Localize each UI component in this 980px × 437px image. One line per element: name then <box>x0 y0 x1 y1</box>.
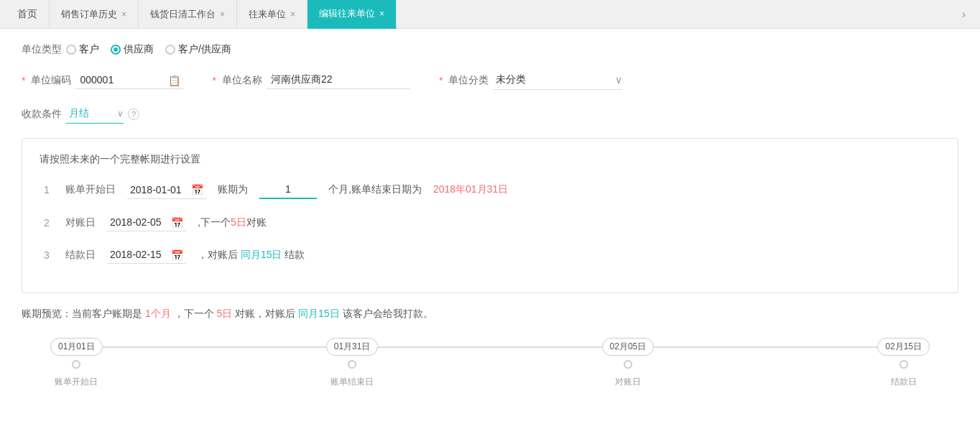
timeline-dot-2 <box>348 360 356 369</box>
timeline-bubble-3: 02月05日 <box>602 338 655 356</box>
reconcile-date-calendar-icon[interactable]: 📅 <box>171 217 183 229</box>
row-label-2: 对账日 <box>65 216 96 229</box>
period-input[interactable] <box>259 180 317 199</box>
payment-select[interactable]: 月结 ∨ <box>66 104 124 124</box>
payment-highlight: 同月15日 <box>241 249 282 260</box>
radio-customer[interactable]: 客户 <box>66 43 99 56</box>
row-label-3: 结款日 <box>65 249 96 262</box>
row-num-1: 1 <box>40 184 54 196</box>
tab-overflow-arrow[interactable]: › <box>953 8 974 21</box>
start-date-wrapper: 📅 <box>127 181 206 199</box>
timeline-point-2: 01月31日 账单结束日 <box>326 338 379 388</box>
tab-cash-work-label: 钱货日清工作台 <box>150 8 216 21</box>
tab-home-label: 首页 <box>17 8 37 21</box>
tab-edit-partner-label: 编辑往来单位 <box>319 7 375 20</box>
tab-edit-partner[interactable]: 编辑往来单位 × <box>308 0 397 29</box>
unit-code-label: 单位编码 <box>31 74 71 87</box>
unit-classify-star: * <box>439 75 443 86</box>
payment-arrow-icon: ∨ <box>117 109 124 119</box>
unit-code-star: * <box>22 75 25 86</box>
radio-both[interactable]: 客户/供应商 <box>165 43 231 56</box>
timeline-label-1: 账单开始日 <box>55 376 98 388</box>
radio-supplier-label: 供应商 <box>124 43 154 56</box>
unit-name-label: 单位名称 <box>222 74 262 87</box>
unit-code-copy-icon[interactable]: 📋 <box>168 75 180 86</box>
tab-partner-close[interactable]: × <box>290 9 295 19</box>
unit-classify-select[interactable]: 未分类 ∨ <box>493 70 622 90</box>
radio-both-label: 客户/供应商 <box>178 43 231 56</box>
unit-type-label: 单位类型 <box>22 43 62 56</box>
preview-day: 5日 <box>216 308 232 319</box>
payment-help-icon[interactable]: ? <box>128 109 139 120</box>
payment-row: 收款条件 月结 ∨ ? <box>22 104 958 124</box>
preview-label: 账期预览：当前客户账期是 <box>22 308 142 319</box>
unit-type-row: 单位类型 客户 供应商 客户/供应商 <box>22 43 958 56</box>
card-title: 请按照未来的一个完整帐期进行设置 <box>40 153 940 166</box>
timeline-dot-1 <box>72 360 80 369</box>
payment-date-calendar-icon[interactable]: 📅 <box>171 249 183 261</box>
unit-name-star: * <box>212 75 216 86</box>
preview-end: 该客户会给我打款。 <box>343 308 433 319</box>
unit-classify-label: 单位分类 <box>448 74 489 87</box>
tab-cash-work-close[interactable]: × <box>220 9 225 19</box>
payment-value: 月结 <box>66 104 103 123</box>
period-label: 账期为 <box>218 183 248 196</box>
preview-mid2: 对账，对账后 <box>235 308 295 319</box>
unit-info-row: * 单位编码 📋 * 单位名称 * 单位分类 未分类 ∨ <box>22 70 958 90</box>
tab-cash-work[interactable]: 钱货日清工作台 × <box>139 0 237 29</box>
tab-partner[interactable]: 往来单位 × <box>237 0 308 29</box>
tab-sales-history-close[interactable]: × <box>121 9 126 19</box>
period-end-date: 2018年01月31日 <box>433 183 508 196</box>
unit-classify-group: * 单位分类 未分类 ∨ <box>439 70 622 90</box>
radio-group: 客户 供应商 客户/供应商 <box>66 43 231 56</box>
preview-settlement: 同月15日 <box>298 308 340 319</box>
unit-code-group: * 单位编码 📋 <box>22 71 183 89</box>
tab-sales-history[interactable]: 销售订单历史 × <box>50 0 139 29</box>
timeline-label-4: 结款日 <box>891 376 917 388</box>
tab-partner-label: 往来单位 <box>249 8 286 21</box>
timeline-point-1: 01月01日 账单开始日 <box>50 338 103 388</box>
tab-edit-partner-close[interactable]: × <box>379 9 384 19</box>
payment-label: 收款条件 <box>22 108 62 121</box>
setting-row-3: 3 结款日 📅 ，对账后 同月15日 结款 <box>40 246 940 264</box>
unit-name-group: * 单位名称 <box>212 71 410 89</box>
timeline-bubble-2: 01月31日 <box>326 338 379 356</box>
unit-name-input[interactable] <box>267 71 410 89</box>
timeline-point-3: 02月05日 对账日 <box>602 338 655 388</box>
preview-period: 1个月 <box>145 308 171 319</box>
timeline: 01月01日 账单开始日 01月31日 账单结束日 02月05日 对账日 02月… <box>22 338 958 388</box>
reconcile-highlight: 5日 <box>231 216 246 228</box>
setting-row-2: 2 对账日 📅 ,下一个5日对账 <box>40 213 940 231</box>
settings-card: 请按照未来的一个完整帐期进行设置 1 账单开始日 📅 账期为 个月,账单结束日期… <box>22 138 958 293</box>
tab-sales-history-label: 销售订单历史 <box>61 8 117 21</box>
payment-date-wrapper: 📅 <box>107 246 186 264</box>
tab-home[interactable]: 首页 <box>6 0 50 29</box>
timeline-label-2: 账单结束日 <box>330 376 374 388</box>
unit-code-input-wrapper: 📋 <box>75 71 183 89</box>
unit-classify-arrow-icon: ∨ <box>615 74 622 86</box>
timeline-label-3: 对账日 <box>615 376 641 388</box>
preview-section: 账期预览：当前客户账期是 1个月 ，下一个 5日 对账，对账后 同月15日 该客… <box>22 308 958 321</box>
period-unit: 个月,账单结束日期为 <box>328 183 422 196</box>
timeline-points: 01月01日 账单开始日 01月31日 账单结束日 02月05日 对账日 02月… <box>50 338 930 388</box>
radio-customer-circle <box>66 45 76 55</box>
unit-type-group: 单位类型 客户 供应商 客户/供应商 <box>22 43 231 56</box>
payment-desc: ，对账后 同月15日 结款 <box>198 249 305 262</box>
timeline-bubble-4: 02月15日 <box>877 338 930 356</box>
tab-bar: 首页 销售订单历史 × 钱货日清工作台 × 往来单位 × 编辑往来单位 × › <box>0 0 980 29</box>
row-num-3: 3 <box>40 249 54 261</box>
row-label-1: 账单开始日 <box>65 183 116 196</box>
radio-both-circle <box>165 45 175 55</box>
start-date-calendar-icon[interactable]: 📅 <box>191 184 203 196</box>
timeline-dot-3 <box>624 360 632 369</box>
unit-code-input[interactable] <box>75 71 183 89</box>
radio-customer-label: 客户 <box>79 43 99 56</box>
radio-supplier[interactable]: 供应商 <box>111 43 154 56</box>
radio-supplier-circle <box>111 45 121 55</box>
payment-group: 收款条件 月结 ∨ ? <box>22 104 139 124</box>
unit-classify-value: 未分类 <box>493 70 540 89</box>
timeline-point-4: 02月15日 结款日 <box>877 338 930 388</box>
setting-row-1: 1 账单开始日 📅 账期为 个月,账单结束日期为 2018年01月31日 <box>40 180 940 199</box>
timeline-bubble-1: 01月01日 <box>50 338 103 356</box>
reconcile-date-wrapper: 📅 <box>107 213 186 231</box>
